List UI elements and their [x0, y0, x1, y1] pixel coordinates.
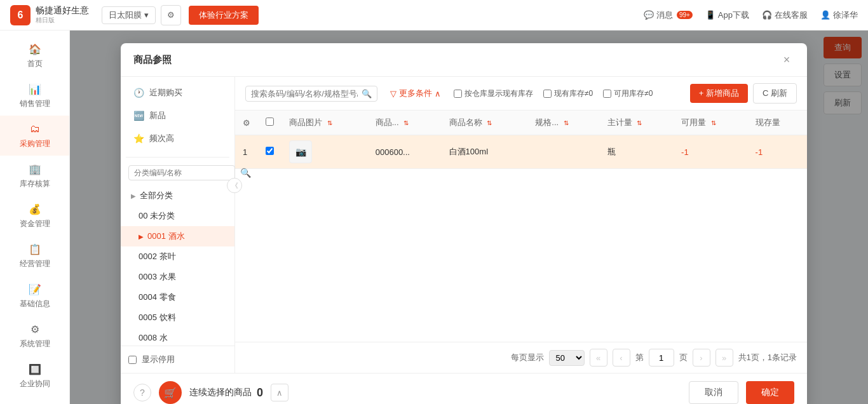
- add-product-button[interactable]: + 新增商品: [690, 84, 748, 103]
- message-item[interactable]: 💬 消息 99+: [644, 10, 693, 21]
- sidebar-item-operations[interactable]: 📋 经营管理: [0, 236, 69, 276]
- row-checkbox[interactable]: [266, 147, 274, 155]
- sidebar-item-finance[interactable]: 💰 资金管理: [0, 196, 69, 236]
- select-all-checkbox[interactable]: [266, 118, 274, 126]
- confirm-button[interactable]: 确定: [746, 381, 794, 404]
- category-search-input[interactable]: [128, 165, 235, 180]
- th-code: 商品... ⇅: [368, 111, 442, 135]
- category-all[interactable]: ▶ 全部分类: [121, 185, 234, 206]
- search-icon[interactable]: 🔍: [362, 89, 372, 98]
- modal-title: 商品参照: [133, 54, 172, 66]
- new-products-tab[interactable]: 🆕 新品: [126, 105, 229, 126]
- th-stock: 现存量: [748, 111, 807, 135]
- online-service-label: 在线客服: [775, 10, 808, 21]
- category-0002[interactable]: 0002 茶叶: [121, 246, 234, 267]
- page-input[interactable]: [649, 349, 674, 367]
- message-badge: 99+: [677, 11, 693, 19]
- refresh-table-button[interactable]: C 刷新: [753, 83, 797, 104]
- sidebar-item-system[interactable]: ⚙ 系统管理: [0, 316, 69, 356]
- sidebar-item-purchase[interactable]: 🗂 采购管理: [0, 116, 69, 156]
- new-icon: 🆕: [133, 111, 144, 121]
- per-page-label: 每页显示: [511, 352, 544, 363]
- footer-collapse-button[interactable]: ∧: [271, 384, 288, 401]
- modal-close-button[interactable]: ×: [779, 52, 794, 67]
- td-checkbox[interactable]: [258, 135, 281, 169]
- gear-icon: ⚙: [167, 10, 175, 20]
- td-spec: [527, 135, 599, 169]
- settings-icon[interactable]: ⚙: [243, 118, 250, 128]
- sidebar-item-label: 首页: [27, 58, 43, 69]
- per-page-select[interactable]: 50 100 200: [549, 350, 585, 366]
- sort-icon[interactable]: ⇅: [487, 119, 492, 126]
- category-0008[interactable]: 0008 水: [121, 328, 234, 346]
- user-item[interactable]: 👤 徐泽华: [820, 10, 858, 21]
- sidebar-item-enterprise[interactable]: 🔲 企业协同: [0, 356, 69, 396]
- category-00[interactable]: 00 未分类: [121, 206, 234, 226]
- navbar: 6 畅捷通好生意 精日版 日太阳膜 ▾ ⚙ 体验行业方案 💬 消息 99+ 📱 …: [0, 0, 868, 30]
- category-search-icon[interactable]: 🔍: [240, 168, 251, 178]
- arrow-icon: ▶: [139, 233, 144, 240]
- checkbox-available-label[interactable]: 可用库存≠0: [603, 88, 653, 99]
- category-0001[interactable]: ▶ 0001 酒水: [121, 226, 234, 246]
- sort-icon[interactable]: ⇅: [637, 119, 642, 126]
- collapse-panel-button[interactable]: 《: [227, 178, 242, 193]
- more-filter-button[interactable]: ▽ 更多条件 ∧: [385, 85, 446, 102]
- gear-button[interactable]: ⚙: [161, 5, 181, 25]
- question-mark-icon: ?: [140, 387, 145, 398]
- total-info: 共1页，1条记录: [738, 352, 797, 363]
- sidebar-item-home[interactable]: 🏠 首页: [0, 36, 69, 76]
- frequent-tab[interactable]: ⭐ 频次高: [126, 128, 229, 149]
- show-disabled-label[interactable]: 显示停用: [142, 354, 175, 365]
- modal-header: 商品参照 ×: [121, 43, 807, 77]
- recent-tab-label: 近期购买: [149, 87, 182, 98]
- category-0003[interactable]: 0003 水果: [121, 267, 234, 287]
- next-page-button[interactable]: ›: [693, 349, 710, 367]
- cart-label: 连续选择的商品 0: [189, 386, 263, 400]
- sales-icon: 📊: [28, 82, 42, 96]
- sidebar-item-inventory[interactable]: 🏢 库存核算: [0, 156, 69, 196]
- table-row[interactable]: 1 📷 000600...: [235, 135, 807, 169]
- sidebar-item-basic[interactable]: 📝 基础信息: [0, 276, 69, 316]
- th-image: 商品图片 ⇅: [281, 111, 368, 135]
- experience-button[interactable]: 体验行业方案: [189, 6, 259, 25]
- prev-page-button[interactable]: ‹: [613, 349, 630, 367]
- recent-purchase-tab[interactable]: 🕐 近期购买: [126, 82, 229, 104]
- product-search-input[interactable]: [251, 89, 358, 98]
- th-select-all[interactable]: [258, 111, 281, 135]
- sidebar-item-label: 企业协同: [20, 379, 50, 389]
- checkbox-warehouse[interactable]: [454, 90, 462, 98]
- sort-icon[interactable]: ⇅: [327, 119, 332, 126]
- checkbox-existing-label[interactable]: 现有库存≠0: [543, 88, 593, 99]
- home-icon: 🏠: [28, 42, 42, 56]
- logo: 6 畅捷通好生意 精日版: [10, 5, 89, 25]
- checkbox-warehouse-label[interactable]: 按仓库显示现有库存: [454, 88, 533, 99]
- sort-icon[interactable]: ⇅: [564, 119, 569, 126]
- cancel-button[interactable]: 取消: [689, 381, 738, 404]
- panel-divider: [126, 157, 229, 158]
- last-page-button[interactable]: »: [715, 349, 733, 367]
- category-0004[interactable]: 0004 零食: [121, 287, 234, 307]
- help-button[interactable]: ?: [133, 384, 151, 401]
- logo-icon: 6: [10, 5, 31, 25]
- checkbox-available[interactable]: [603, 90, 611, 98]
- headset-icon: 🎧: [762, 10, 772, 20]
- sidebar-item-label: 资金管理: [20, 219, 50, 229]
- sidebar-item-guide[interactable]: 🎯 新手引导: [0, 396, 69, 404]
- category-tree: ▶ 全部分类 00 未分类 ▶ 0001 酒水 0002 茶叶: [121, 185, 234, 346]
- sort-icon[interactable]: ⇅: [403, 119, 409, 126]
- cart-button[interactable]: 🛒: [159, 381, 182, 404]
- category-0005[interactable]: 0005 饮料: [121, 307, 234, 328]
- show-disabled-checkbox[interactable]: [128, 356, 137, 364]
- store-dropdown[interactable]: 日太阳膜 ▾: [102, 6, 156, 24]
- sidebar-item-sales[interactable]: 📊 销售管理: [0, 76, 69, 116]
- sort-icon[interactable]: ⇅: [711, 119, 716, 126]
- sidebar-item-label: 采购管理: [20, 138, 50, 149]
- app-download-item[interactable]: 📱 App下载: [705, 10, 749, 21]
- online-service-item[interactable]: 🎧 在线客服: [762, 10, 808, 21]
- image-placeholder-icon: 📷: [295, 147, 306, 157]
- table-body: 1 📷 000600...: [235, 135, 807, 169]
- cart-count: 0: [257, 386, 263, 400]
- first-page-button[interactable]: «: [590, 349, 607, 367]
- checkbox-existing[interactable]: [543, 90, 552, 98]
- product-thumbnail: 📷: [289, 140, 312, 163]
